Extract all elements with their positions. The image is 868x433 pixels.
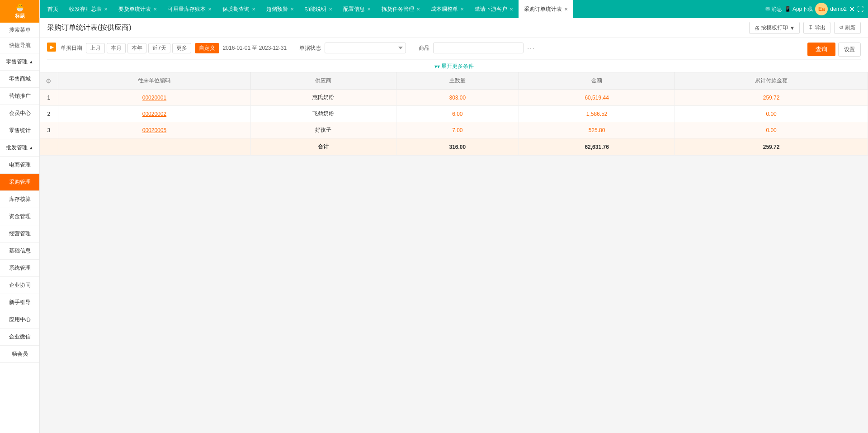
row-qty[interactable]: 303.00	[396, 90, 519, 106]
sidebar-item-retail-mall[interactable]: 零售商城	[0, 71, 39, 88]
date-btn-更多[interactable]: 更多	[172, 43, 191, 53]
sidebar-item-vip-member[interactable]: 畅会员	[0, 346, 39, 363]
row-amount[interactable]: 1,586.52	[519, 106, 675, 122]
refresh-button[interactable]: ↺ 刷新	[834, 22, 861, 34]
sidebar-item-marketing[interactable]: 营销推广	[0, 88, 39, 105]
sidebar-item-inventory[interactable]: 库存核算	[0, 191, 39, 208]
topbar-tab-home[interactable]: 首页	[42, 0, 64, 18]
sidebar-item-new-guide[interactable]: 新手引导	[0, 294, 39, 311]
tab-label: 采购订单统计表	[524, 5, 562, 13]
user-area[interactable]: Ea demo2	[815, 3, 847, 15]
sidebar-item-ops-mgmt[interactable]: 经营管理	[0, 225, 39, 243]
sidebar-logo-text: 标题	[15, 13, 25, 19]
print-dropdown-icon: ▼	[789, 25, 795, 31]
total-row: 合计 316.00 62,631.76 259.72	[40, 138, 868, 156]
search-button[interactable]: 查询	[807, 43, 835, 56]
table-row[interactable]: 2 00020002 飞鹤奶粉 6.00 1,586.52 0.00	[40, 106, 868, 122]
tab-close-icon[interactable]: ✕	[208, 7, 212, 12]
topbar-close-icon[interactable]: ✕	[849, 5, 855, 14]
print-button[interactable]: 🖨 按模板打印 ▼	[749, 22, 800, 34]
row-code[interactable]: 00020002	[58, 106, 251, 122]
topbar-expand-icon[interactable]: ⛶	[857, 5, 863, 13]
sidebar-item-purchase-mgmt[interactable]: 采购管理	[0, 174, 39, 191]
goods-more-icon[interactable]: ···	[527, 44, 535, 52]
row-qty[interactable]: 7.00	[396, 122, 519, 138]
topbar-tab-collect-send[interactable]: 收发存汇总表✕	[64, 0, 113, 18]
sidebar-item-app-center[interactable]: 应用中心	[0, 311, 39, 328]
tab-close-icon[interactable]: ✕	[329, 7, 332, 12]
row-amount[interactable]: 60,519.44	[519, 90, 675, 106]
arrow-icon: ▲	[29, 145, 33, 150]
topbar-tab-avail-inventory[interactable]: 可用量库存账本✕	[162, 0, 217, 18]
topbar-tab-invite-downstream[interactable]: 邀请下游客户✕	[469, 0, 519, 18]
sidebar-item-member-center[interactable]: 会员中心	[0, 105, 39, 122]
tab-close-icon[interactable]: ✕	[153, 7, 157, 12]
topbar-tab-cost-adjust[interactable]: 成本调整单✕	[425, 0, 469, 18]
app-download-button[interactable]: 📱 App下载	[784, 5, 813, 13]
status-select[interactable]	[325, 43, 406, 53]
date-btn-本月[interactable]: 本月	[107, 43, 126, 53]
topbar-tab-purchase-stats[interactable]: 采购订单统计表✕	[519, 0, 573, 18]
tab-close-icon[interactable]: ✕	[460, 7, 464, 12]
row-paid[interactable]: 259.72	[675, 90, 868, 106]
message-button[interactable]: ✉ 消息	[765, 5, 782, 13]
table-body: 1 00020001 惠氏奶粉 303.00 60,519.44 259.72 …	[40, 90, 868, 138]
date-btn-上月[interactable]: 上月	[86, 43, 105, 53]
row-code[interactable]: 00020001	[58, 90, 251, 106]
date-btn-近7天[interactable]: 近7天	[148, 43, 170, 53]
export-button[interactable]: ↧ 导出	[803, 22, 830, 34]
tab-close-icon[interactable]: ✕	[416, 7, 420, 12]
topbar-tab-overstock[interactable]: 超储预警✕	[261, 0, 299, 18]
row-code[interactable]: 00020005	[58, 122, 251, 138]
row-supplier: 飞鹤奶粉	[251, 106, 396, 122]
sidebar-item-basic-info[interactable]: 基础信息	[0, 243, 39, 260]
filter-left: 单据日期 上月本月本年近7天更多 自定义 2016-01-01 至 2023-1…	[61, 43, 807, 53]
tab-close-icon[interactable]: ✕	[367, 7, 371, 12]
date-btn-本年[interactable]: 本年	[127, 43, 146, 53]
tab-close-icon[interactable]: ✕	[104, 7, 108, 12]
tab-close-icon[interactable]: ✕	[509, 7, 513, 12]
row-paid[interactable]: 0.00	[675, 106, 868, 122]
table-row[interactable]: 1 00020001 惠氏奶粉 303.00 60,519.44 259.72	[40, 90, 868, 106]
tab-label: 成本调整单	[431, 5, 458, 13]
th-settings: ⚙	[40, 72, 58, 90]
sidebar-item-finance[interactable]: 资金管理	[0, 208, 39, 225]
sidebar-quick-nav[interactable]: 快捷导航	[0, 38, 39, 53]
sidebar-search[interactable]: 搜索菜单	[0, 23, 39, 38]
row-qty[interactable]: 6.00	[396, 106, 519, 122]
sidebar-item-retail-stats[interactable]: 零售统计	[0, 122, 39, 139]
column-settings-icon[interactable]: ⚙	[46, 77, 52, 85]
table-header-row: ⚙ 往来单位编码 供应商 主数量 金额 累计付款金额	[40, 72, 868, 90]
topbar-tab-warranty[interactable]: 保质期查询✕	[217, 0, 261, 18]
sidebar-item-retail-mgmt[interactable]: 零售管理▲	[0, 53, 39, 71]
table-footer: 合计 316.00 62,631.76 259.72	[40, 138, 868, 156]
topbar-tab-goods-stats[interactable]: 要货单统计表✕	[113, 0, 162, 18]
tab-close-icon[interactable]: ✕	[252, 7, 255, 12]
content-wrapper: 采购订单统计表(按供应商) 🖨 按模板打印 ▼ ↧ 导出 ↺ 刷新	[40, 18, 868, 433]
goods-input[interactable]	[433, 43, 524, 53]
toggle-filter-button[interactable]: ▶	[47, 43, 56, 52]
topbar-tab-storage-task[interactable]: 拣货任务管理✕	[376, 0, 425, 18]
tab-close-icon[interactable]: ✕	[564, 7, 568, 12]
sidebar-item-ecom-mgmt[interactable]: 电商管理	[0, 157, 39, 174]
total-amount: 62,631.76	[519, 138, 675, 156]
sidebar-item-wholesale-mgmt[interactable]: 批发管理▲	[0, 139, 39, 157]
tab-close-icon[interactable]: ✕	[290, 7, 294, 12]
user-avatar: Ea	[815, 3, 828, 15]
sidebar-item-corp-wechat[interactable]: 企业微信	[0, 328, 39, 346]
table-row[interactable]: 3 00020005 好孩子 7.00 525.80 0.00	[40, 122, 868, 138]
row-amount[interactable]: 525.80	[519, 122, 675, 138]
row-supplier: 惠氏奶粉	[251, 90, 396, 106]
date-custom-btn[interactable]: 自定义	[195, 43, 219, 53]
row-supplier: 好孩子	[251, 122, 396, 138]
filter-settings-button[interactable]: 设置	[838, 43, 861, 57]
tab-label: 首页	[47, 5, 58, 13]
expand-more-button[interactable]: ▾▾ 展开更多条件	[434, 62, 474, 70]
sidebar-item-sys-mgmt[interactable]: 系统管理	[0, 260, 39, 277]
total-paid: 259.72	[675, 138, 868, 156]
topbar-tab-config-info[interactable]: 配置信息✕	[338, 0, 376, 18]
row-paid[interactable]: 0.00	[675, 122, 868, 138]
topbar-tab-func-desc[interactable]: 功能说明✕	[299, 0, 338, 18]
status-filter-label: 单据状态	[299, 44, 321, 52]
sidebar-item-corp-collab[interactable]: 企业协同	[0, 277, 39, 294]
